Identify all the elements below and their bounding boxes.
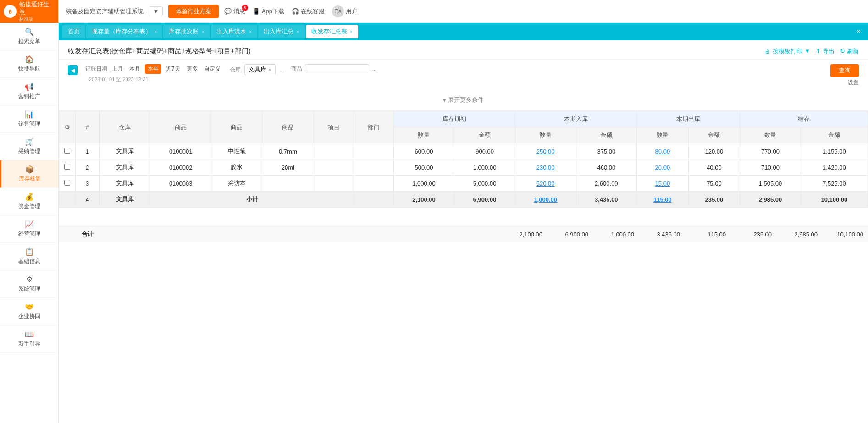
tab-inout_flow[interactable]: 出入库流水×: [211, 25, 257, 38]
sidebar-item-enterprise[interactable]: 🤝 企业协同: [0, 298, 58, 325]
row-checkbox-1[interactable]: [59, 143, 76, 159]
col-outbound-header: 本期出库: [637, 111, 740, 127]
tab-close-batch[interactable]: ×: [201, 29, 204, 34]
subtotal-checkbox[interactable]: [59, 192, 76, 208]
sidebar-item-label-enterprise: 企业协同: [18, 313, 40, 320]
sidebar-item-finance[interactable]: 💰 资金管理: [0, 188, 58, 215]
print-button[interactable]: 🖨 按模板打印 ▼: [765, 47, 810, 55]
col-balance-header: 结存: [740, 111, 868, 127]
sidebar-item-purchase[interactable]: 🛒 采购管理: [0, 133, 58, 160]
tab-batch[interactable]: 库存批次账×: [163, 25, 210, 38]
subtotal-out-qty[interactable]: 115.00: [637, 192, 689, 208]
date-this-year-button[interactable]: 本年: [145, 64, 161, 74]
sidebar-item-label-operation: 经营管理: [18, 230, 40, 238]
tab-close-inout_flow[interactable]: ×: [249, 29, 252, 34]
date-this-month-button[interactable]: 本月: [127, 64, 142, 74]
date-last-month-button[interactable]: 上月: [110, 64, 125, 74]
phone-icon: 📱: [253, 8, 260, 15]
row-checkbox-3[interactable]: [59, 176, 76, 192]
trial-button[interactable]: 体验行业方案: [168, 5, 219, 18]
online-service-button[interactable]: 🎧 在线客服: [292, 7, 325, 16]
row-project-1: [314, 143, 354, 159]
sidebar-item-label-finance: 资金管理: [18, 203, 40, 210]
warehouse-tag-close[interactable]: ×: [268, 66, 272, 73]
row-out-qty-3[interactable]: 15.00: [637, 176, 689, 192]
expand-more-button[interactable]: ▾ 展开更多条件: [443, 96, 484, 104]
row-opening-amt-1: 900.00: [454, 143, 515, 159]
row-in-qty-2[interactable]: 230.00: [515, 159, 576, 176]
date-7days-button[interactable]: 近7天: [164, 64, 182, 74]
row-name-1: 中性笔: [211, 143, 262, 159]
system-icon: ⚙: [26, 275, 33, 284]
inventory-icon: 📦: [25, 165, 34, 174]
export-button[interactable]: ⬆ 导出: [816, 47, 835, 55]
row-out-amt-3: 75.00: [688, 176, 740, 192]
row-out-amt-2: 40.00: [688, 159, 740, 176]
col-settings-header[interactable]: ⚙: [59, 111, 76, 143]
sidebar-item-basic[interactable]: 📋 基础信息: [0, 243, 58, 270]
tab-close-inout_summary[interactable]: ×: [296, 29, 299, 34]
tab-label-inventory_dist: 现存量（库存分布表）: [92, 27, 151, 36]
subtotal-in-qty[interactable]: 1,000.00: [515, 192, 576, 208]
tab-receive_summary[interactable]: 收发存汇总表×: [306, 25, 358, 38]
row-out-qty-1[interactable]: 80.00: [637, 143, 689, 159]
sidebar-item-sales[interactable]: 📊 销售管理: [0, 105, 58, 133]
sidebar-item-operation[interactable]: 📈 经营管理: [0, 215, 58, 243]
row-in-qty-1[interactable]: 250.00: [515, 143, 576, 159]
guide-icon: 📖: [25, 330, 34, 339]
tab-home[interactable]: 首页: [62, 25, 85, 38]
row-warehouse-1: 文具库: [100, 143, 150, 159]
sidebar-item-label-inventory: 库存核算: [19, 175, 41, 183]
row-checkbox-2[interactable]: [59, 159, 76, 176]
subtotal-bal-amt: 10,100.00: [801, 192, 868, 208]
app-logo: 6 畅捷通好生意 标准版: [0, 0, 58, 23]
tab-close-receive_summary[interactable]: ×: [350, 29, 353, 34]
tab-inout_summary[interactable]: 出入库汇总×: [258, 25, 304, 38]
col-out-qty-header: 数量: [637, 127, 689, 143]
query-button[interactable]: 查询: [830, 64, 859, 77]
notification-button[interactable]: 💬 消息 6: [224, 7, 245, 16]
row-in-qty-3[interactable]: 520.00: [515, 176, 576, 192]
row-spec-2: 20ml: [262, 159, 314, 176]
date-filter-group: 记账日期 上月 本月 本年 近7天 更多 自定义 2023-01-01 至 20…: [85, 64, 222, 83]
row-bal-amt-1: 1,155.00: [801, 143, 868, 159]
col-in-qty-header: 数量: [515, 127, 576, 143]
filter-area: ◀ 记账日期 上月 本月 本年 近7天 更多 自定义 2023-01-01 至 …: [59, 60, 868, 111]
date-custom-button[interactable]: 自定义: [202, 64, 222, 74]
warehouse-more-button[interactable]: ...: [279, 66, 284, 73]
table-row: 2 文具库 0100002 胶水 20ml 500.00 1,000.00 23…: [59, 159, 868, 176]
row-code-2: 0100002: [150, 159, 211, 176]
subtotal-bal-qty: 2,985.00: [740, 192, 801, 208]
total-opening-qty: 2,100.00: [506, 231, 542, 238]
subtotal-out-amt: 235.00: [688, 192, 740, 208]
system-name: 装备及固定资产辅助管理系统: [66, 7, 144, 16]
filter-toggle-button[interactable]: ◀: [68, 65, 78, 75]
refresh-button[interactable]: ↻ 刷新: [840, 47, 859, 55]
user-avatar-button[interactable]: Ea 用户: [332, 5, 358, 17]
tab-close-inventory_dist[interactable]: ×: [154, 29, 157, 34]
sidebar-item-inventory[interactable]: 📦 库存核算: [0, 160, 58, 188]
total-in-qty: 1,000.00: [597, 231, 634, 238]
sidebar-item-system[interactable]: ⚙ 系统管理: [0, 270, 58, 298]
row-out-qty-2[interactable]: 20.00: [637, 159, 689, 176]
sidebar-item-guide[interactable]: 📖 新手引导: [0, 325, 58, 353]
logo-icon: 6: [4, 5, 17, 18]
sidebar-item-search[interactable]: 🔍 搜索菜单: [0, 23, 58, 50]
sidebar-item-marketing[interactable]: 📢 营销推广: [0, 78, 58, 105]
app-download-button[interactable]: 📱 App下载: [253, 7, 284, 16]
col-opening-qty-header: 数量: [393, 127, 454, 143]
row-bal-qty-3: 1,505.00: [740, 176, 801, 192]
sidebar-item-quicknav[interactable]: 🏠 快捷导航: [0, 50, 58, 78]
row-opening-qty-3: 1,000.00: [393, 176, 454, 192]
row-project-2: [314, 159, 354, 176]
filter-settings-button[interactable]: 设置: [848, 79, 859, 87]
date-more-button[interactable]: 更多: [185, 64, 199, 74]
tab-label-home: 首页: [68, 27, 80, 36]
goods-more-button[interactable]: ...: [372, 66, 376, 72]
goods-search-input[interactable]: [305, 64, 369, 73]
system-dropdown-button[interactable]: ▼: [149, 6, 163, 16]
tab-inventory_dist[interactable]: 现存量（库存分布表）×: [86, 25, 162, 38]
tab-bar-close-all[interactable]: ×: [853, 26, 864, 38]
row-code-1: 0100001: [150, 143, 211, 159]
row-code-3: 0100003: [150, 176, 211, 192]
